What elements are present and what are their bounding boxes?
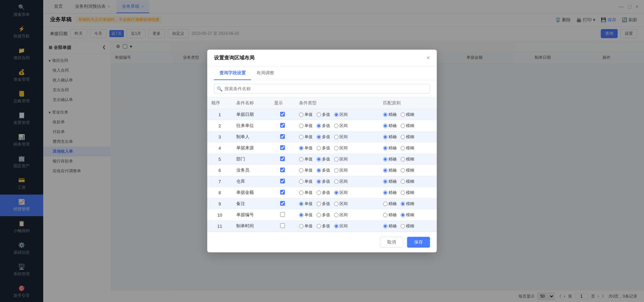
radio-type-type_single[interactable]: 单值 [299,212,313,218]
radio-match-match_precise[interactable]: 精确 [383,112,397,118]
radio-type-type_range[interactable]: 区间 [334,134,348,140]
radio-type-type_range[interactable]: 区间 [334,179,348,184]
radio-type-type_single[interactable]: 单值 [299,112,313,118]
row-show [270,143,295,154]
radio-match-match_fuzzy[interactable]: 模糊 [401,123,414,129]
modal-save-button[interactable]: 保存 [407,237,430,248]
radio-match-match_fuzzy[interactable]: 模糊 [401,156,414,162]
table-row: 5部门单值多值区间精确模糊 [207,154,437,165]
radio-type-type_multi[interactable]: 多值 [317,134,330,140]
radio-type-type_range[interactable]: 区间 [334,168,348,173]
radio-type-type_single[interactable]: 单值 [299,223,313,229]
row-type: 单值多值区间 [295,221,379,232]
row-show [270,198,295,209]
radio-match-match_precise[interactable]: 精确 [383,123,397,129]
show-checkbox[interactable] [280,168,285,172]
show-checkbox[interactable] [280,201,285,206]
radio-type-type_multi[interactable]: 多值 [317,145,330,151]
radio-type-type_single[interactable]: 单值 [299,190,313,196]
row-match: 精确模糊 [379,198,437,209]
radio-match-match_precise[interactable]: 精确 [383,156,397,162]
radio-match-match_fuzzy[interactable]: 模糊 [401,134,414,140]
show-checkbox[interactable] [280,156,285,161]
radio-match-match_precise[interactable]: 精确 [383,201,397,207]
radio-type-type_multi[interactable]: 多值 [317,123,330,129]
radio-match-match_fuzzy[interactable]: 模糊 [401,190,414,196]
row-show [270,209,295,221]
table-row: 1单据日期单值多值区间精确模糊 [207,109,437,120]
search-icon: 🔍 [217,86,222,92]
radio-type-type_single[interactable]: 单值 [299,201,313,207]
show-checkbox[interactable] [280,123,285,128]
show-checkbox[interactable] [280,134,285,139]
show-checkbox[interactable] [280,190,285,195]
show-checkbox[interactable] [280,145,285,150]
radio-match-match_fuzzy[interactable]: 模糊 [401,112,414,118]
show-checkbox[interactable] [280,223,285,228]
radio-type-type_single[interactable]: 单值 [299,168,313,173]
radio-type-type_range[interactable]: 区间 [334,190,348,196]
radio-match-match_precise[interactable]: 精确 [383,145,397,151]
cancel-button[interactable]: 取消 [380,237,403,248]
radio-type-type_range[interactable]: 区间 [334,112,348,118]
radio-type-type_multi[interactable]: 多值 [317,201,330,207]
radio-match-match_fuzzy[interactable]: 模糊 [401,223,414,229]
radio-type-type_multi[interactable]: 多值 [317,179,330,184]
radio-type-type_single[interactable]: 单值 [299,145,313,151]
radio-type-type_range[interactable]: 区间 [334,156,348,162]
modal-tab-layout[interactable]: 布局调整 [251,67,279,80]
radio-match-match_precise[interactable]: 精确 [383,179,397,184]
radio-match-match_fuzzy[interactable]: 模糊 [401,179,414,184]
modal-search-input[interactable] [214,84,430,94]
table-row: 6业务员单值多值区间精确模糊 [207,165,437,176]
radio-type-type_multi[interactable]: 多值 [317,212,330,218]
row-order: 9 [207,198,232,209]
radio-match-match_precise[interactable]: 精确 [383,223,397,229]
radio-type-type_multi[interactable]: 多值 [317,223,330,229]
radio-type-type_multi[interactable]: 多值 [317,168,330,173]
row-match: 精确模糊 [379,120,437,131]
radio-type-type_range[interactable]: 区间 [334,123,348,129]
row-show [270,109,295,120]
show-checkbox[interactable] [280,112,285,117]
modal-tab-query[interactable]: 查询字段设置 [214,67,251,80]
radio-type-type_single[interactable]: 单值 [299,134,313,140]
radio-type-type_range[interactable]: 区间 [334,145,348,151]
radio-type-type_multi[interactable]: 多值 [317,190,330,196]
row-name: 单据来源 [232,143,270,154]
radio-match-match_fuzzy[interactable]: 模糊 [401,201,414,207]
row-match: 精确模糊 [379,165,437,176]
modal-table-wrap: 顺序 条件名称 显示 条件类型 匹配原则 1单据日期单值多值区间精确模糊2往来单… [207,97,437,232]
modal-close-button[interactable]: × [426,54,430,61]
radio-match-match_fuzzy[interactable]: 模糊 [401,212,414,218]
row-show [270,176,295,187]
radio-type-type_multi[interactable]: 多值 [317,112,330,118]
row-name: 单据编号 [232,209,270,221]
table-row: 11制单时间单值多值区间精确模糊 [207,221,437,232]
radio-type-type_single[interactable]: 单值 [299,179,313,184]
radio-match-match_fuzzy[interactable]: 模糊 [401,145,414,151]
radio-type-type_single[interactable]: 单值 [299,156,313,162]
radio-type-type_range[interactable]: 区间 [334,201,348,207]
radio-type-type_single[interactable]: 单值 [299,123,313,129]
radio-match-match_precise[interactable]: 精确 [383,212,397,218]
row-show [270,154,295,165]
row-type: 单值多值区间 [295,209,379,221]
row-order: 7 [207,176,232,187]
table-row: 2往来单位单值多值区间精确模糊 [207,120,437,131]
radio-type-type_multi[interactable]: 多值 [317,156,330,162]
row-name: 单据金额 [232,187,270,198]
show-checkbox[interactable] [280,212,285,217]
radio-type-type_range[interactable]: 区间 [334,212,348,218]
row-type: 单值多值区间 [295,198,379,209]
radio-match-match_precise[interactable]: 精确 [383,134,397,140]
radio-match-match_precise[interactable]: 精确 [383,168,397,173]
row-order: 1 [207,109,232,120]
radio-match-match_fuzzy[interactable]: 模糊 [401,168,414,173]
radio-type-type_range[interactable]: 区间 [334,223,348,229]
row-name: 业务员 [232,165,270,176]
radio-match-match_precise[interactable]: 精确 [383,190,397,196]
modal-table: 顺序 条件名称 显示 条件类型 匹配原则 1单据日期单值多值区间精确模糊2往来单… [207,97,437,232]
table-row: 10单据编号单值多值区间精确模糊 [207,209,437,221]
show-checkbox[interactable] [280,179,285,183]
